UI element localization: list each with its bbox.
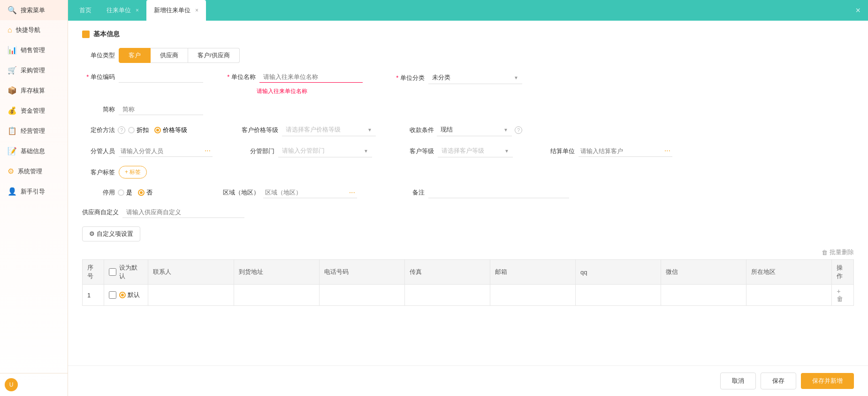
- unit-btn-supplier[interactable]: 供应商: [151, 48, 188, 63]
- tab-new-partner[interactable]: 新增往来单位 ×: [146, 0, 206, 21]
- manager-group: 分管人员 ···: [82, 146, 242, 157]
- row-phone: [319, 285, 404, 306]
- col-region: 所在地区: [746, 260, 832, 285]
- cancel-button[interactable]: 取消: [720, 373, 756, 389]
- radio-discount[interactable]: 折扣: [128, 126, 149, 134]
- sidebar-item-search[interactable]: 🔍 搜索菜单: [0, 0, 68, 20]
- save-new-button[interactable]: 保存并新增: [801, 373, 854, 389]
- payment-terms-select[interactable]: 现结 ▼: [437, 124, 512, 136]
- row-region-input[interactable]: [751, 292, 827, 299]
- box-icon: 📦: [8, 86, 17, 95]
- unit-name-error: 请输入往来单位名称: [257, 88, 307, 94]
- region-more-btn[interactable]: ···: [347, 188, 357, 197]
- tab-partner[interactable]: 往来单位 ×: [99, 0, 146, 21]
- address-input[interactable]: [239, 292, 314, 299]
- unit-name-input[interactable]: [259, 71, 363, 83]
- batch-delete-label: 批量删除: [830, 248, 854, 256]
- manager-more-btn[interactable]: ···: [203, 147, 213, 155]
- customer-level-placeholder: 请选择客户等级: [442, 147, 503, 155]
- row-delete-btn[interactable]: 🗑: [837, 295, 843, 303]
- sidebar-item-finance[interactable]: 💰 资金管理: [0, 101, 68, 121]
- customer-level-label: 客户等级: [401, 147, 434, 155]
- tab-new-partner-label: 新增往来单位: [154, 6, 190, 15]
- tab-home[interactable]: 首页: [72, 0, 99, 21]
- main-close-button[interactable]: ×: [852, 6, 864, 16]
- col-qq: qq: [576, 260, 661, 285]
- col-wechat: 微信: [661, 260, 746, 285]
- manager-input-wrap: ···: [119, 146, 213, 157]
- payment-terms-label: 收款条件: [401, 126, 434, 134]
- tab-new-partner-close[interactable]: ×: [195, 7, 198, 14]
- select-all-checkbox[interactable]: [109, 268, 116, 276]
- tab-partner-label: 往来单位: [107, 6, 131, 15]
- settlement-input[interactable]: [579, 146, 662, 156]
- row-default-circle: [119, 292, 126, 298]
- sidebar-item-inventory[interactable]: 📦 库存核算: [0, 80, 68, 101]
- unit-code-group: 单位编码 000009: [82, 71, 223, 83]
- sidebar-item-quick-nav[interactable]: ⌂ 快捷导航: [0, 20, 68, 40]
- sidebar-label-search: 搜索菜单: [21, 6, 45, 15]
- unit-category-label: 单位分类: [392, 74, 425, 82]
- sidebar-item-operations[interactable]: 📋 经营管理: [0, 121, 68, 141]
- row-default-radio[interactable]: 默认: [119, 291, 140, 299]
- region-label: 区域（地区）: [223, 188, 259, 197]
- unit-btn-customer[interactable]: 客户: [119, 48, 151, 63]
- row-add-btn[interactable]: +: [837, 287, 840, 295]
- unit-category-group: 单位分类 未分类 ▼: [392, 71, 542, 84]
- customer-level-select[interactable]: 请选择客户等级 ▼: [438, 145, 513, 157]
- sidebar-item-guide[interactable]: 👤 新手引导: [0, 181, 68, 202]
- section-title: 基本信息: [93, 30, 120, 39]
- sidebar-label-inventory: 库存核算: [21, 86, 45, 95]
- row-region: [746, 285, 832, 306]
- short-name-label: 简称: [82, 105, 115, 114]
- price-level-select[interactable]: 请选择客户价格等级 ▼: [282, 124, 376, 136]
- sidebar-item-system[interactable]: ⚙ 系统管理: [0, 161, 68, 181]
- pricing-row: 定价方法 ? 折扣 价格等级 客户价格等级 请选择客户价格等级: [82, 124, 854, 136]
- remark-input[interactable]: [428, 187, 569, 198]
- price-level-placeholder: 请选择客户价格等级: [286, 125, 365, 134]
- radio-no[interactable]: 否: [138, 188, 152, 197]
- dept-select[interactable]: 请输入分管部门 ▼: [278, 145, 372, 157]
- pricing-method-label: 定价方法: [82, 126, 115, 134]
- batch-delete-btn[interactable]: 🗑 批量删除: [822, 248, 854, 256]
- wechat-input[interactable]: [666, 292, 741, 299]
- remark-group: 备注: [392, 187, 854, 198]
- row-seq: 1: [83, 285, 104, 306]
- settlement-more-btn[interactable]: ···: [662, 147, 672, 155]
- tab-partner-close[interactable]: ×: [136, 7, 139, 14]
- sidebar-item-sales[interactable]: 📊 销售管理: [0, 40, 68, 60]
- radio-price-level[interactable]: 价格等级: [154, 126, 187, 134]
- sidebar-label-basic: 基础信息: [21, 147, 45, 155]
- custom-settings-button[interactable]: ⚙ 自定义项设置: [82, 226, 140, 241]
- email-input[interactable]: [495, 292, 571, 299]
- row-ops: + 🗑: [832, 285, 854, 306]
- sidebar-item-purchase[interactable]: 🛒 采购管理: [0, 60, 68, 80]
- region-input[interactable]: [263, 187, 347, 198]
- row-checkbox[interactable]: [109, 291, 116, 299]
- unit-category-select[interactable]: 未分类 ▼: [428, 71, 522, 84]
- save-button[interactable]: 保存: [761, 373, 796, 389]
- pricing-method-group: 定价方法 ? 折扣 价格等级: [82, 126, 242, 134]
- short-name-input[interactable]: [119, 104, 203, 115]
- manager-input[interactable]: [119, 146, 203, 156]
- phone-input[interactable]: [324, 292, 400, 299]
- section-icon: [82, 31, 90, 38]
- payment-help-icon[interactable]: ?: [515, 126, 522, 134]
- supplier-custom-input[interactable]: [122, 207, 244, 218]
- unit-type-label: 单位类型: [82, 51, 115, 60]
- pricing-help-icon[interactable]: ?: [118, 126, 125, 134]
- sidebar-item-basic[interactable]: 📝 基础信息: [0, 141, 68, 161]
- manager-label: 分管人员: [82, 147, 115, 155]
- row-default-label: 默认: [128, 291, 140, 299]
- manager-row: 分管人员 ··· 分管部门 请输入分管部门 ▼ 客户等级 请选择客户等级 ▼: [82, 145, 854, 157]
- shortname-row: 简称: [82, 104, 854, 115]
- qq-input[interactable]: [580, 292, 656, 299]
- add-tag-button[interactable]: + 标签: [119, 166, 147, 179]
- unit-code-input[interactable]: 000009: [119, 71, 203, 83]
- radio-yes[interactable]: 是: [118, 188, 132, 197]
- contact-input[interactable]: [153, 292, 228, 299]
- fax-input[interactable]: [410, 292, 485, 299]
- remark-label: 备注: [392, 188, 425, 197]
- unit-btn-both[interactable]: 客户/供应商: [188, 48, 240, 63]
- gear-icon: ⚙: [8, 167, 14, 176]
